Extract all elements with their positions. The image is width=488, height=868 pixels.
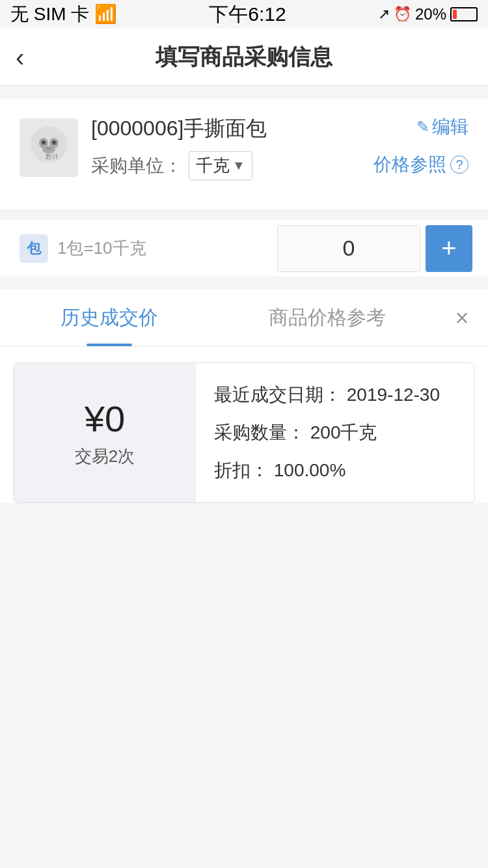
close-icon: × [455, 305, 468, 332]
history-price-value: ¥0 [85, 398, 125, 440]
price-ref-label: 价格参照 [373, 152, 446, 177]
history-card: ¥0 交易2次 最近成交日期： 2019-12-30 采购数量： 200千克 折… [13, 362, 475, 503]
product-info: [0000006]手撕面包 采购单位： 千克 ▼ [91, 115, 267, 180]
bag-icon: 包 [27, 239, 41, 258]
quantity-left: 包 1包=10千克 [0, 234, 277, 263]
nav-bar: ‹ 填写商品采购信息 [0, 29, 488, 86]
history-card-right: 最近成交日期： 2019-12-30 采购数量： 200千克 折扣： 100.0… [196, 363, 474, 502]
product-unit-row: 采购单位： 千克 ▼ [91, 151, 267, 180]
price-ref-question-icon: ? [450, 156, 468, 174]
unit-value: 千克 [196, 154, 230, 177]
product-card: 数计 [0000006]手撕面包 采购单位： 千克 ▼ ✎ 编辑 [0, 99, 488, 209]
purchase-quantity-label: 采购数量： [214, 422, 305, 442]
svg-text:数计: 数计 [46, 153, 59, 160]
page-title: 填写商品采购信息 [156, 42, 332, 72]
tab-header: 历史成交价 商品价格参考 × [0, 290, 488, 347]
status-left: 无 SIM 卡 📶 [10, 2, 117, 27]
tab-close-button[interactable]: × [436, 305, 488, 332]
battery-icon [450, 7, 478, 21]
status-bar: 无 SIM 卡 📶 下午6:12 ↗ ⏰ 20% [0, 0, 488, 29]
recent-date-row: 最近成交日期： 2019-12-30 [214, 381, 456, 409]
quantity-input[interactable]: 0 [277, 225, 420, 272]
recent-date-label: 最近成交日期： [214, 385, 342, 405]
recent-date-value: 2019-12-30 [347, 385, 440, 405]
discount-row: 折扣： 100.00% [214, 457, 456, 484]
no-sim-label: 无 SIM 卡 📶 [10, 4, 117, 24]
tab-active-underline [87, 344, 132, 346]
quantity-section: 包 1包=10千克 0 + [0, 219, 488, 277]
status-right: ↗ ⏰ 20% [378, 5, 478, 23]
product-left: 数计 [0000006]手撕面包 采购单位： 千克 ▼ [20, 115, 267, 180]
quantity-row: 包 1包=10千克 0 + [0, 219, 488, 277]
bag-icon-wrapper: 包 [20, 234, 48, 263]
svg-point-6 [53, 141, 55, 144]
location-icon: ↗ [378, 6, 390, 23]
status-time: 下午6:12 [209, 1, 286, 28]
unit-dropdown-arrow-icon: ▼ [232, 158, 245, 173]
bag-ratio-hint: 1包=10千克 [57, 237, 146, 260]
product-header: 数计 [0000006]手撕面包 采购单位： 千克 ▼ ✎ 编辑 [20, 115, 468, 180]
history-trades-count: 交易2次 [75, 445, 135, 468]
discount-label: 折扣： [214, 460, 269, 480]
edit-icon: ✎ [416, 118, 429, 136]
price-reference-button[interactable]: 价格参照 ? [373, 152, 468, 177]
tab-section: 历史成交价 商品价格参考 × ¥0 交易2次 最近成交日期： 2019-12-3… [0, 290, 488, 503]
tab-ref-label: 商品价格参考 [269, 305, 386, 331]
unit-select[interactable]: 千克 ▼ [189, 151, 252, 180]
edit-label: 编辑 [432, 115, 468, 139]
svg-point-5 [42, 141, 45, 144]
product-thumbnail-icon: 数计 [29, 125, 68, 170]
edit-button[interactable]: ✎ 编辑 [416, 115, 468, 139]
plus-icon: + [441, 234, 456, 263]
unit-label: 采购单位： [91, 154, 182, 178]
product-image: 数计 [20, 118, 78, 177]
main-content [0, 519, 488, 868]
quantity-plus-button[interactable]: + [426, 225, 472, 272]
tab-history-label: 历史成交价 [61, 305, 158, 331]
alarm-icon: ⏰ [394, 6, 411, 23]
tab-product-price-ref[interactable]: 商品价格参考 [218, 290, 436, 346]
battery-percent: 20% [415, 5, 446, 23]
purchase-quantity-row: 采购数量： 200千克 [214, 419, 456, 446]
purchase-quantity-value: 200千克 [310, 422, 377, 442]
discount-value: 100.00% [274, 460, 346, 480]
tab-history-price[interactable]: 历史成交价 [0, 290, 218, 346]
history-card-left: ¥0 交易2次 [14, 363, 196, 502]
product-actions: ✎ 编辑 价格参照 ? [373, 115, 468, 177]
product-name: [0000006]手撕面包 [91, 115, 267, 143]
quantity-value: 0 [343, 236, 355, 261]
quantity-controls: 0 + [277, 225, 472, 272]
back-button[interactable]: ‹ [16, 44, 24, 70]
